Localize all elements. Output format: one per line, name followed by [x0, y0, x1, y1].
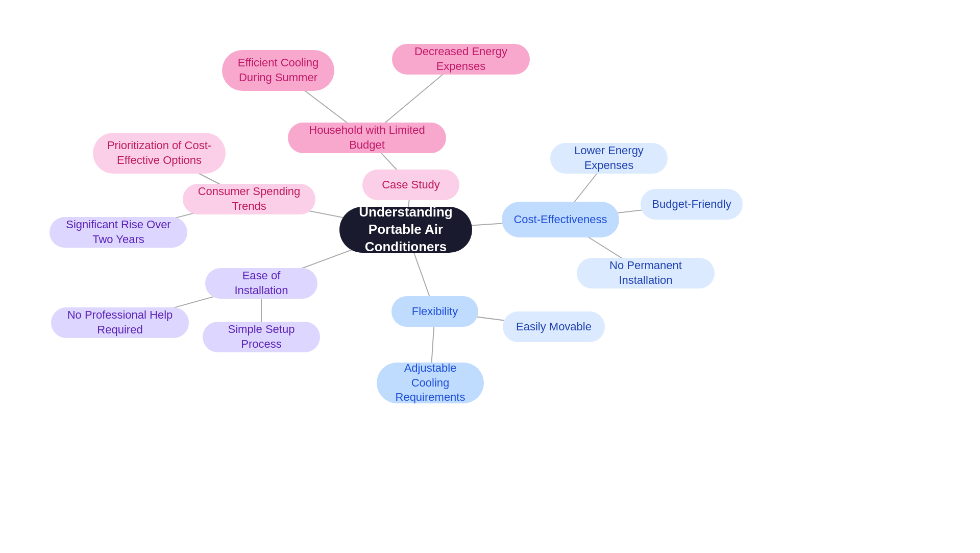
- lower-energy-node: Lower Energy Expenses: [550, 143, 668, 174]
- budget-friendly-node: Budget-Friendly: [641, 189, 743, 220]
- no-permanent-node: No Permanent Installation: [577, 258, 715, 288]
- ease-installation-node: Ease of Installation: [205, 268, 317, 299]
- connections-svg: [0, 0, 980, 553]
- flexibility-node: Flexibility: [391, 296, 478, 327]
- case-study-node: Case Study: [362, 170, 459, 200]
- household-node: Household with Limited Budget: [288, 123, 446, 153]
- consumer-spending-node: Consumer Spending Trends: [183, 184, 315, 214]
- adjustable-cooling-node: Adjustable Cooling Requirements: [377, 363, 484, 403]
- significant-rise-node: Significant Rise Over Two Years: [50, 217, 187, 248]
- mindmap-container: Understanding Portable Air ConditionersE…: [0, 0, 980, 553]
- simple-setup-node: Simple Setup Process: [203, 322, 320, 352]
- decreased-energy-node: Decreased Energy Expenses: [392, 44, 530, 75]
- easily-movable-node: Easily Movable: [503, 311, 605, 342]
- efficient-cooling-node: Efficient Cooling During Summer: [222, 50, 334, 91]
- prioritization-node: Prioritization of Cost-Effective Options: [93, 133, 226, 174]
- cost-effectiveness-node: Cost-Effectiveness: [502, 202, 619, 237]
- no-professional-node: No Professional Help Required: [51, 307, 189, 338]
- center-node: Understanding Portable Air Conditioners: [339, 207, 472, 253]
